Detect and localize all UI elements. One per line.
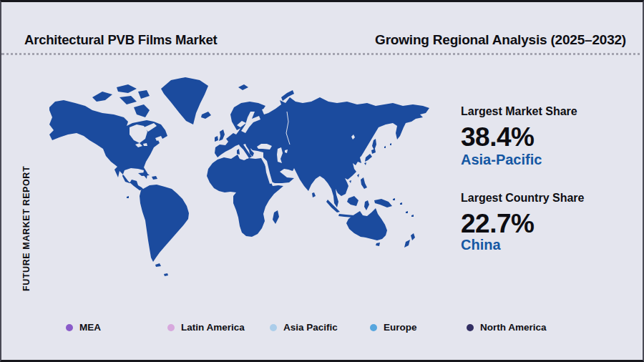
new-zealand	[404, 233, 415, 248]
legend-item-north-america: North America	[467, 322, 547, 333]
stat-region-market-share: Asia-Pacific	[461, 152, 542, 168]
madagascar	[273, 210, 279, 224]
iceland	[201, 112, 211, 119]
greenland	[161, 77, 208, 124]
stat-value-market-share: 38.4%	[461, 122, 534, 152]
legend-label: Asia Pacific	[283, 322, 338, 333]
british-isles	[215, 129, 225, 142]
legend-dot	[167, 324, 175, 331]
continent-south-america	[127, 185, 189, 267]
legend-label: North America	[480, 322, 547, 333]
legend-item-mea: MEA	[66, 322, 101, 333]
brand-watermark: FUTURE MARKET REPORT	[21, 171, 37, 291]
infographic-frame: Architectural PVB Films Market Growing R…	[0, 0, 644, 362]
legend-dot	[66, 324, 73, 331]
continent-australia	[346, 208, 387, 240]
legend-dot	[370, 324, 377, 331]
legend-label: Europe	[384, 322, 417, 333]
page-subtitle: Growing Regional Analysis (2025–2032)	[375, 32, 626, 48]
legend-label: MEA	[79, 322, 101, 333]
stat-label-market-share: Largest Market Share	[461, 105, 577, 118]
dotted-divider	[1, 53, 644, 55]
legend-label: Latin America	[181, 322, 245, 333]
world-map	[48, 70, 445, 288]
legend-item-asia-pacific: Asia Pacific	[270, 322, 338, 333]
legend-dot	[467, 324, 474, 331]
sri-lanka	[312, 192, 316, 197]
legend-item-latin-america: Latin America	[167, 322, 245, 333]
arctic-islands	[92, 84, 150, 117]
stat-region-country-share: China	[461, 237, 501, 253]
stat-label-country-share: Largest Country Share	[461, 192, 584, 205]
continent-north-america	[49, 100, 167, 190]
tasmania	[376, 243, 380, 246]
caribbean-islands	[138, 172, 157, 180]
legend-item-europe: Europe	[370, 322, 417, 333]
arctic-eurasia-islands	[238, 84, 294, 101]
legend-dot	[270, 324, 277, 331]
stat-value-country-share: 22.7%	[461, 209, 534, 239]
page-title: Architectural PVB Films Market	[24, 32, 218, 48]
